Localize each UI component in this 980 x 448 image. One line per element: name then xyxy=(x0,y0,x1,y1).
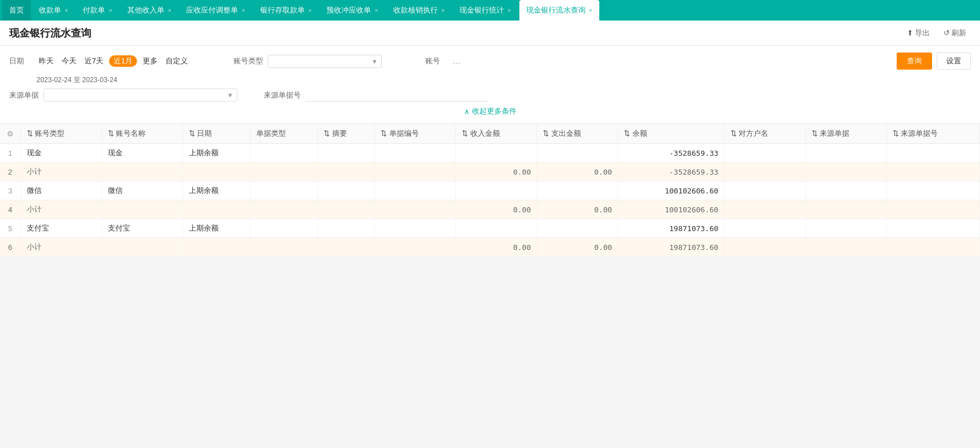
cell-balance: 19871073.60 xyxy=(618,219,724,238)
cell-date xyxy=(183,200,250,219)
cell-doc-no xyxy=(375,238,456,257)
cell-acct-name: 支付宝 xyxy=(102,219,183,238)
shortcut-7days[interactable]: 近7天 xyxy=(82,55,106,67)
close-icon[interactable]: × xyxy=(374,7,378,14)
nav-tab-yingshoutiaozheng[interactable]: 应收应付调整单 × xyxy=(179,0,252,21)
col-counterparty: ⇅ 对方户名 xyxy=(724,124,805,144)
cell-source-doc xyxy=(805,219,886,238)
nav-home[interactable]: 首页 xyxy=(2,0,31,21)
close-icon[interactable]: × xyxy=(168,7,171,14)
col-balance: ⇅ 余额 xyxy=(618,124,724,144)
cell-source-doc-no xyxy=(886,238,979,257)
export-icon: ⬆ xyxy=(907,29,913,37)
page-title: 现金银行流水查询 xyxy=(9,26,91,40)
cell-doc-type xyxy=(250,200,317,219)
cell-acct-type: 小计 xyxy=(21,163,102,181)
cell-income: 0.00 xyxy=(456,163,537,181)
table-row: 5支付宝支付宝上期余额19871073.60 xyxy=(0,219,980,238)
export-button[interactable]: ⬆ 导出 xyxy=(902,26,934,41)
col-source-doc: ⇅ 来源单据 xyxy=(805,124,886,144)
cell-doc-no xyxy=(375,144,456,163)
account-more-button[interactable]: ... xyxy=(453,56,460,66)
cell-source-doc-no xyxy=(886,144,979,163)
cell-doc-no xyxy=(375,163,456,181)
cell-acct-name xyxy=(102,200,183,219)
source-doc-no-label: 来源单据号 xyxy=(264,90,301,100)
row-number: 3 xyxy=(0,181,21,200)
table-row: 3微信微信上期余额100102606.60 xyxy=(0,181,980,200)
col-date: ⇅ 日期 xyxy=(183,124,250,144)
cell-counterparty xyxy=(724,144,805,163)
cell-date xyxy=(183,238,250,257)
cell-date: 上期余额 xyxy=(183,181,250,200)
nav-tab-xianjinyinhang[interactable]: 现金银行统计 × xyxy=(453,0,518,21)
cell-balance: -3528659.33 xyxy=(618,163,724,181)
shortcut-today[interactable]: 今天 xyxy=(59,55,79,67)
cell-summary xyxy=(318,163,375,181)
collapse-bar[interactable]: ∧ 收起更多条件 xyxy=(9,104,971,119)
close-icon[interactable]: × xyxy=(308,7,312,14)
col-doc-type: 单据类型 xyxy=(250,124,317,144)
source-doc-no-input[interactable] xyxy=(305,89,488,102)
cell-expense: 0.00 xyxy=(537,238,618,257)
source-doc-filter: 来源单据 ▾ xyxy=(9,88,237,102)
cell-doc-type xyxy=(250,163,317,181)
col-source-doc-no: ⇅ 来源单据号 xyxy=(886,124,979,144)
col-settings[interactable]: ⚙ xyxy=(0,124,21,144)
cell-counterparty xyxy=(724,181,805,200)
nav-tab-qitashouru[interactable]: 其他收入单 × xyxy=(120,0,178,21)
close-icon[interactable]: × xyxy=(589,7,592,14)
close-icon[interactable]: × xyxy=(441,7,445,14)
filter-right-buttons: 查询 设置 xyxy=(897,53,971,70)
nav-tab-shoukuanhexiao[interactable]: 收款核销执行 × xyxy=(386,0,451,21)
table-row: 6小计0.000.0019871073.60 xyxy=(0,238,980,257)
close-icon[interactable]: × xyxy=(507,7,511,14)
collapse-up-icon: ∧ xyxy=(464,107,470,116)
close-icon[interactable]: × xyxy=(241,7,245,14)
cell-acct-type: 小计 xyxy=(21,238,102,257)
filter-row-date: 日期 昨天 今天 近7天 近1月 更多 自定义 账号类型 ▾ 账号 ... xyxy=(9,53,971,70)
cell-source-doc xyxy=(805,200,886,219)
cell-summary xyxy=(318,144,375,163)
top-nav: 首页 收款单 × 付款单 × 其他收入单 × 应收应付调整单 × 银行存取款单 … xyxy=(0,0,980,21)
cell-income xyxy=(456,219,537,238)
table-wrapper: ⚙ ⇅ 账号类型 ⇅ 账号名称 ⇅ 日期 单据类型 ⇅ 摘 xyxy=(0,124,980,257)
date-label: 日期 xyxy=(9,56,32,66)
account-type-label: 账号类型 xyxy=(233,56,263,66)
account-type-select[interactable]: ▾ xyxy=(268,55,382,68)
close-icon[interactable]: × xyxy=(64,7,68,14)
cell-date: 上期余额 xyxy=(183,219,250,238)
cell-counterparty xyxy=(724,219,805,238)
date-range-display: 2023-02-24 至 2023-03-24 xyxy=(34,75,971,85)
col-summary: ⇅ 摘要 xyxy=(318,124,375,144)
row-number: 6 xyxy=(0,238,21,257)
nav-tab-yinhangcunqu[interactable]: 银行存取款单 × xyxy=(253,0,318,21)
data-table: ⚙ ⇅ 账号类型 ⇅ 账号名称 ⇅ 日期 单据类型 ⇅ 摘 xyxy=(0,124,980,257)
row-number: 2 xyxy=(0,163,21,181)
shortcut-more[interactable]: 更多 xyxy=(140,55,160,67)
row-number: 4 xyxy=(0,200,21,219)
cell-source-doc xyxy=(805,238,886,257)
cell-summary xyxy=(318,238,375,257)
cell-balance: 100102606.60 xyxy=(618,200,724,219)
nav-tab-yushouchiying[interactable]: 预收冲应收单 × xyxy=(320,0,385,21)
cell-acct-name: 现金 xyxy=(102,144,183,163)
refresh-button[interactable]: ↺ 刷新 xyxy=(939,26,971,41)
settings-button[interactable]: 设置 xyxy=(937,53,971,70)
source-doc-select[interactable]: ▾ xyxy=(43,88,237,102)
cell-acct-type: 小计 xyxy=(21,200,102,219)
cell-expense xyxy=(537,219,618,238)
chevron-down-icon: ▾ xyxy=(228,91,232,99)
nav-tab-fukuandan[interactable]: 付款单 × xyxy=(76,0,119,21)
shortcut-custom[interactable]: 自定义 xyxy=(163,55,190,67)
cell-balance: 19871073.60 xyxy=(618,238,724,257)
cell-balance: -3528659.33 xyxy=(618,144,724,163)
nav-tab-liushui[interactable]: 现金银行流水查询 × xyxy=(519,0,599,21)
nav-tab-shoukuandan[interactable]: 收款单 × xyxy=(32,0,75,21)
col-acct-name: ⇅ 账号名称 xyxy=(102,124,183,144)
shortcut-yesterday[interactable]: 昨天 xyxy=(37,55,56,67)
query-button[interactable]: 查询 xyxy=(897,53,932,70)
shortcut-1month[interactable]: 近1月 xyxy=(109,55,137,67)
account-filter: 账号 ... xyxy=(425,56,460,66)
close-icon[interactable]: × xyxy=(108,7,112,14)
